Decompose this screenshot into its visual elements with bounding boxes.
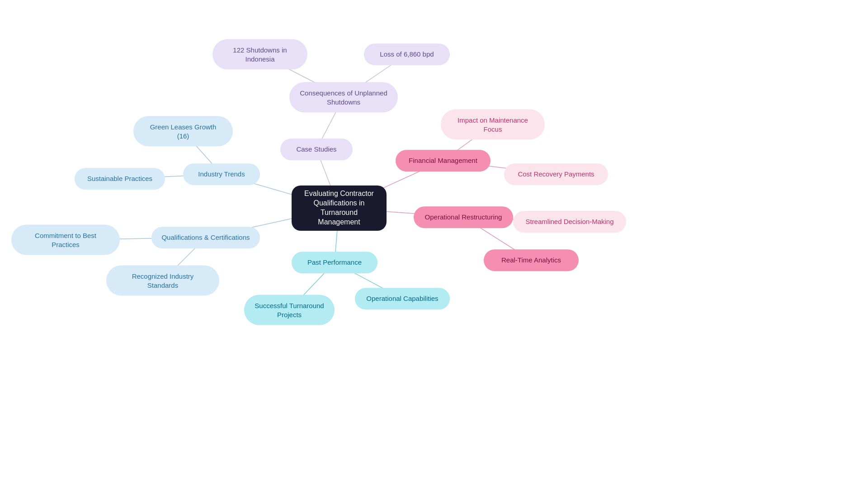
- connection-lines: [0, 0, 868, 490]
- cost-recovery-node[interactable]: Cost Recovery Payments: [504, 163, 608, 185]
- consequences-node[interactable]: Consequences of Unplanned Shutdowns: [289, 82, 398, 113]
- case-studies-node[interactable]: Case Studies: [280, 138, 353, 160]
- sustainable-practices-node[interactable]: Sustainable Practices: [75, 168, 165, 190]
- industry-trends-node[interactable]: Industry Trends: [183, 163, 260, 185]
- financial-management-node[interactable]: Financial Management: [396, 150, 491, 171]
- impact-maintenance-node[interactable]: Impact on Maintenance Focus: [441, 109, 545, 140]
- operational-capabilities-node[interactable]: Operational Capabilities: [355, 288, 450, 309]
- qualifications-node[interactable]: Qualifications & Certifications: [151, 227, 260, 248]
- mind-map-container: Evaluating Contractor Qualifications in …: [0, 0, 868, 490]
- real-time-analytics-node[interactable]: Real-Time Analytics: [484, 249, 579, 271]
- green-leases-node[interactable]: Green Leases Growth (16): [133, 116, 233, 147]
- successful-turnaround-node[interactable]: Successful Turnaround Projects: [244, 295, 335, 325]
- streamlined-decision-node[interactable]: Streamlined Decision-Making: [513, 211, 626, 233]
- loss-bpd-node[interactable]: Loss of 6,860 bpd: [364, 43, 450, 65]
- center-node: Evaluating Contractor Qualifications in …: [292, 186, 387, 231]
- recognized-standards-node[interactable]: Recognized Industry Standards: [106, 266, 219, 296]
- past-performance-node[interactable]: Past Performance: [292, 252, 377, 273]
- operational-restructuring-node[interactable]: Operational Restructuring: [414, 206, 513, 228]
- shutdowns-indonesia-node[interactable]: 122 Shutdowns in Indonesia: [212, 39, 307, 70]
- commitment-node[interactable]: Commitment to Best Practices: [11, 225, 120, 255]
